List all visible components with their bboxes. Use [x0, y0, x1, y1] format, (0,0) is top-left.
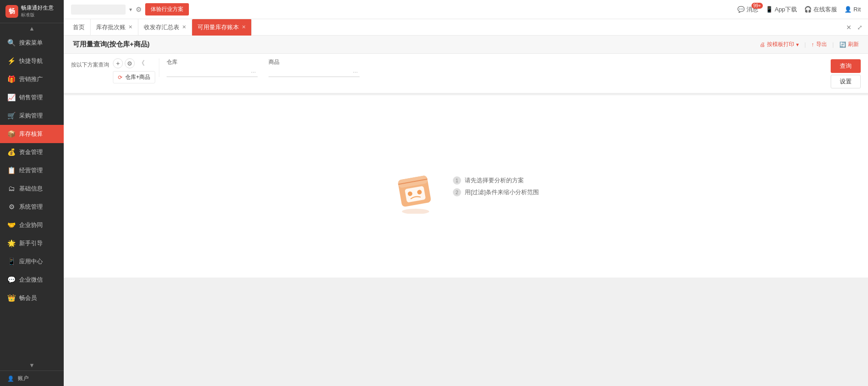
filter-field-warehouse: 仓库 ··· [167, 58, 258, 77]
empty-state: 1 请先选择要分析的方案 2 用[过滤]条件来缩小分析范围 [64, 95, 868, 278]
tab-inventory-batch-close[interactable]: ✕ [128, 24, 132, 30]
sidebar-item-operations[interactable]: 📋 经营管理 [0, 161, 64, 180]
enterprise-icon: 🤝 [7, 221, 15, 229]
print-template-button[interactable]: 🖨 按模板打印 ▾ [760, 41, 799, 48]
product-input[interactable] [270, 69, 353, 75]
maximize-icon[interactable]: ⤢ [855, 22, 864, 33]
sidebar-item-newcomer-label: 新手引导 [19, 239, 43, 247]
online-service-button[interactable]: 🎧 在线客服 [804, 5, 837, 14]
tabs-controls: ✕ ⤢ [844, 22, 864, 33]
filter-panel: 按以下方案查询 + ⚙ 《 ⟳ 仓库+商品 仓库 ··· [64, 54, 868, 93]
print-dropdown-icon[interactable]: ▾ [796, 41, 799, 48]
app-download-button[interactable]: 📱 App下载 [766, 5, 797, 14]
inventory-icon: 📦 [7, 130, 15, 138]
tab-home[interactable]: 首页 [67, 19, 91, 36]
sidebar-item-purchase[interactable]: 🛒 采购管理 [0, 107, 64, 125]
tip-num-2: 2 [453, 188, 461, 196]
tab-recv-summary[interactable]: 收发存汇总表 ✕ [138, 19, 192, 36]
header-search-input[interactable] [71, 5, 126, 15]
sidebar-item-inventory[interactable]: 📦 库存核算 [0, 125, 64, 143]
filter-fields: 仓库 ··· 商品 ··· [159, 58, 827, 77]
sidebar-item-shortcut-label: 快捷导航 [19, 57, 43, 65]
sidebar-item-basic[interactable]: 🗂 基础信息 [0, 180, 64, 198]
tabs-bar: 首页 库存批次账 ✕ 收发存汇总表 ✕ 可用量库存账本 ✕ ✕ ⤢ [64, 19, 868, 36]
scheme-settings-button[interactable]: ⚙ [125, 58, 135, 68]
sidebar-item-member[interactable]: 👑 畅会员 [0, 289, 64, 307]
operations-icon: 📋 [7, 166, 15, 175]
query-button[interactable]: 查询 [831, 59, 861, 73]
sidebar-item-wechat[interactable]: 💬 企业微信 [0, 271, 64, 289]
sidebar-item-search-label: 搜索菜单 [19, 39, 43, 47]
sidebar-item-system[interactable]: ⚙ 系统管理 [0, 198, 64, 216]
print-icon: 🖨 [760, 41, 765, 48]
sidebar-item-search[interactable]: 🔍 搜索菜单 [0, 34, 64, 52]
action-divider-1: | [804, 41, 806, 48]
sidebar-bottom-user[interactable]: 👤 账户 [0, 371, 64, 386]
export-label: 导出 [816, 41, 827, 48]
settings-button[interactable]: 设置 [831, 75, 861, 88]
message-badge: 99+ [751, 3, 763, 9]
sidebar-item-sales[interactable]: 📈 销售管理 [0, 88, 64, 107]
system-icon: ⚙ [7, 203, 15, 211]
filter-scheme-controls: + ⚙ 《 [113, 58, 147, 68]
svg-point-6 [402, 209, 429, 214]
sidebar-item-operations-label: 经营管理 [19, 166, 43, 175]
close-tab-icon[interactable]: ✕ [844, 22, 853, 33]
sidebar-item-system-label: 系统管理 [19, 203, 43, 211]
warehouse-input[interactable] [168, 69, 251, 75]
product-input-row: ··· [269, 67, 360, 77]
product-more-icon[interactable]: ··· [353, 68, 358, 75]
header-dropdown-btn[interactable]: ▾ [129, 6, 132, 13]
app-download-label: App下载 [775, 5, 797, 14]
sidebar: 畅 畅康通好生意 标准版 ▲ 🔍 搜索菜单 ⚡ 快捷导航 🎁 营销推广 📈 销售… [0, 0, 64, 386]
sidebar-item-fund[interactable]: 💰 资金管理 [0, 143, 64, 161]
tab-available-qty[interactable]: 可用量库存账本 ✕ [192, 19, 252, 36]
add-scheme-button[interactable]: + [113, 58, 123, 68]
top-header: ▾ ⚙ 体验行业方案 💬 消息 99+ 📱 App下载 🎧 在线客服 👤 Rit [64, 0, 868, 19]
sidebar-scroll-down[interactable]: ▼ [0, 360, 64, 371]
sidebar-item-fund-label: 资金管理 [19, 148, 43, 156]
sidebar-nav: 🔍 搜索菜单 ⚡ 快捷导航 🎁 营销推广 📈 销售管理 🛒 采购管理 📦 库存核… [0, 34, 64, 360]
headset-icon: 🎧 [804, 6, 812, 13]
tip-text-1: 请先选择要分析的方案 [465, 176, 524, 185]
sidebar-logo-text-block: 畅康通好生意 标准版 [21, 5, 54, 18]
sidebar-item-marketing[interactable]: 🎁 营销推广 [0, 70, 64, 88]
tab-available-qty-close[interactable]: ✕ [242, 24, 246, 30]
sales-icon: 📈 [7, 93, 15, 102]
tip-num-1: 1 [453, 176, 461, 185]
appcenter-icon: 📱 [7, 257, 15, 266]
scheme-warehouse-product[interactable]: ⟳ 仓库+商品 [113, 71, 155, 83]
sidebar-item-newcomer[interactable]: 🌟 新手引导 [0, 234, 64, 252]
warehouse-more-icon[interactable]: ··· [251, 68, 256, 75]
message-icon: 💬 [737, 6, 745, 13]
sidebar-item-member-label: 畅会员 [19, 294, 37, 302]
refresh-button[interactable]: 🔄 刷新 [839, 41, 859, 48]
user-menu-button[interactable]: 👤 Rit [844, 6, 861, 13]
wechat-icon: 💬 [7, 276, 15, 284]
industry-solution-button[interactable]: 体验行业方案 [145, 3, 189, 15]
product-field-label: 商品 [269, 58, 360, 66]
sidebar-item-basic-label: 基础信息 [19, 185, 43, 193]
empty-box-svg [393, 164, 438, 214]
sidebar-item-appcenter[interactable]: 📱 应用中心 [0, 252, 64, 271]
fund-icon: 💰 [7, 148, 15, 156]
shortcut-icon: ⚡ [7, 57, 15, 65]
empty-illustration [393, 164, 438, 209]
purchase-icon: 🛒 [7, 112, 15, 120]
filter-field-product: 商品 ··· [269, 58, 360, 77]
sidebar-item-enterprise[interactable]: 🤝 企业协同 [0, 216, 64, 234]
warehouse-input-row: ··· [167, 67, 258, 77]
sidebar-item-inventory-label: 库存核算 [19, 130, 43, 138]
tab-recv-summary-close[interactable]: ✕ [182, 24, 186, 30]
header-gear-icon[interactable]: ⚙ [136, 5, 142, 14]
tab-inventory-batch[interactable]: 库存批次账 ✕ [91, 19, 138, 36]
sidebar-item-appcenter-label: 应用中心 [19, 257, 43, 266]
sidebar-item-marketing-label: 营销推广 [19, 75, 43, 83]
message-button[interactable]: 💬 消息 99+ [737, 5, 758, 14]
sidebar-item-purchase-label: 采购管理 [19, 112, 43, 120]
filter-collapse-btn[interactable]: 《 [137, 58, 147, 68]
user-avatar-icon: 👤 [7, 376, 14, 382]
export-button[interactable]: ↑ 导出 [812, 41, 827, 48]
sidebar-scroll-up[interactable]: ▲ [0, 23, 64, 34]
sidebar-item-shortcut[interactable]: ⚡ 快捷导航 [0, 52, 64, 70]
